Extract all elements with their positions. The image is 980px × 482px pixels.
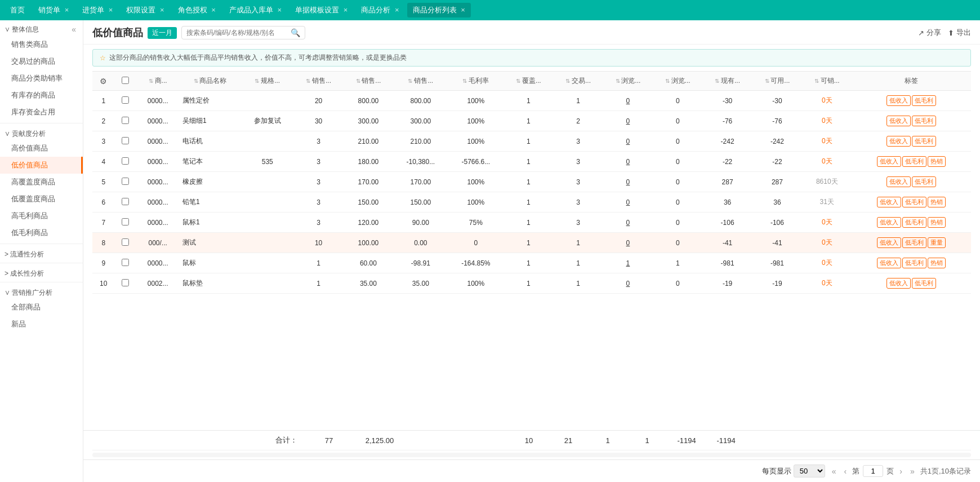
- sidebar-item-stock-capital[interactable]: 库存资金占用: [0, 104, 83, 121]
- row-select-checkbox[interactable]: [122, 238, 129, 246]
- pv1-link[interactable]: 0: [626, 219, 630, 227]
- row-checkbox[interactable]: [114, 91, 136, 111]
- next-page-button[interactable]: ›: [897, 466, 905, 477]
- last-page-button[interactable]: »: [908, 466, 917, 477]
- pv1-link[interactable]: 0: [626, 239, 630, 247]
- nav-sales-order[interactable]: 销货单 ×: [33, 3, 74, 17]
- row-pv1[interactable]: 0: [603, 233, 653, 253]
- sidebar-item-high-margin[interactable]: 高毛利商品: [0, 207, 83, 224]
- row-pv1[interactable]: 0: [603, 111, 653, 131]
- col-checkbox[interactable]: [114, 72, 136, 91]
- col-settings[interactable]: ⚙: [92, 72, 114, 91]
- row-pv1[interactable]: 0: [603, 172, 653, 192]
- row-checkbox[interactable]: [114, 192, 136, 213]
- col-pv1[interactable]: 浏览...: [603, 72, 653, 91]
- nav-close-icon[interactable]: ×: [211, 6, 216, 14]
- col-code[interactable]: 商...: [136, 72, 179, 91]
- sidebar-item-stock-products[interactable]: 有库存的商品: [0, 87, 83, 104]
- page-size-dropdown[interactable]: 50 100 200: [794, 465, 825, 477]
- row-checkbox[interactable]: [114, 233, 136, 253]
- sidebar-item-category-rate[interactable]: 商品分类助销率: [0, 70, 83, 87]
- sidebar-item-traded-products[interactable]: 交易过的商品: [0, 53, 83, 70]
- col-transactions[interactable]: 交易...: [553, 72, 603, 91]
- settings-icon[interactable]: ⚙: [100, 77, 107, 86]
- nav-permissions[interactable]: 权限设置 ×: [121, 3, 170, 17]
- share-button[interactable]: ↗ 分享: [918, 28, 941, 38]
- sidebar-item-all-products[interactable]: 全部商品: [0, 299, 83, 316]
- sidebar-item-low-margin[interactable]: 低毛利商品: [0, 224, 83, 241]
- sidebar-item-new-products[interactable]: 新品: [0, 316, 83, 333]
- nav-close-icon[interactable]: ×: [160, 6, 164, 14]
- row-pv1[interactable]: 0: [603, 192, 653, 213]
- nav-close-icon[interactable]: ×: [278, 6, 282, 14]
- col-sales-qty[interactable]: 销售...: [293, 72, 343, 91]
- nav-purchase-order[interactable]: 进货单 ×: [77, 3, 118, 17]
- first-page-button[interactable]: «: [830, 466, 839, 477]
- sidebar-collapse-button[interactable]: «: [69, 24, 78, 35]
- nav-product-analysis-list[interactable]: 商品分析列表 ×: [407, 3, 471, 17]
- col-sellable[interactable]: 可销...: [802, 72, 852, 91]
- pv1-link[interactable]: 0: [626, 280, 630, 288]
- row-checkbox[interactable]: [114, 213, 136, 233]
- search-input[interactable]: [186, 29, 288, 37]
- nav-template-settings[interactable]: 单据模板设置 ×: [289, 3, 353, 17]
- col-pv2[interactable]: 浏览...: [653, 72, 702, 91]
- col-available[interactable]: 可用...: [752, 72, 802, 91]
- sidebar-item-low-value[interactable]: 低价值商品: [0, 157, 83, 174]
- pv1-link[interactable]: 0: [626, 178, 630, 186]
- row-select-checkbox[interactable]: [122, 259, 129, 266]
- select-all-checkbox[interactable]: [122, 77, 129, 84]
- row-pv1[interactable]: 1: [603, 253, 653, 273]
- row-select-checkbox[interactable]: [122, 137, 129, 144]
- row-select-checkbox[interactable]: [122, 157, 129, 165]
- row-checkbox[interactable]: [114, 273, 136, 294]
- nav-home[interactable]: 首页: [5, 3, 30, 17]
- pv1-link[interactable]: 0: [626, 198, 630, 206]
- col-name[interactable]: 商品名称: [179, 72, 241, 91]
- sidebar-item-low-coverage[interactable]: 低覆盖度商品: [0, 191, 83, 207]
- col-sales-amt[interactable]: 销售...: [344, 72, 393, 91]
- search-icon[interactable]: 🔍: [291, 28, 300, 37]
- row-pv1[interactable]: 0: [603, 131, 653, 152]
- prev-page-button[interactable]: ‹: [842, 466, 849, 477]
- row-checkbox[interactable]: [114, 253, 136, 273]
- row-select-checkbox[interactable]: [122, 218, 129, 225]
- nav-close-icon[interactable]: ×: [109, 6, 113, 14]
- row-select-checkbox[interactable]: [122, 117, 129, 124]
- row-pv1[interactable]: 0: [603, 91, 653, 111]
- pv1-link[interactable]: 0: [626, 158, 630, 166]
- nav-product-analysis[interactable]: 商品分析 ×: [355, 3, 404, 17]
- col-sales-cost[interactable]: 销售...: [393, 72, 448, 91]
- row-pv1[interactable]: 0: [603, 213, 653, 233]
- sidebar-item-high-value[interactable]: 高价值商品: [0, 140, 83, 157]
- nav-product-instock[interactable]: 产成品入库单 ×: [224, 3, 287, 17]
- row-pv1[interactable]: 0: [603, 152, 653, 172]
- row-select-checkbox[interactable]: [122, 96, 129, 104]
- row-select-checkbox[interactable]: [122, 198, 129, 205]
- sidebar-item-high-coverage[interactable]: 高覆盖度商品: [0, 174, 83, 191]
- row-checkbox[interactable]: [114, 172, 136, 192]
- row-checkbox[interactable]: [114, 152, 136, 172]
- col-stock[interactable]: 现有...: [702, 72, 752, 91]
- col-coverage[interactable]: 覆盖...: [504, 72, 553, 91]
- sidebar-section-circulation[interactable]: > 流通性分析: [5, 250, 44, 258]
- row-checkbox[interactable]: [114, 111, 136, 131]
- row-select-checkbox[interactable]: [122, 279, 129, 286]
- pv1-link[interactable]: 1: [626, 259, 630, 267]
- time-filter-badge[interactable]: 近一月: [148, 27, 177, 39]
- nav-close-icon[interactable]: ×: [65, 6, 69, 14]
- nav-role-auth[interactable]: 角色授权 ×: [172, 3, 221, 17]
- pv1-link[interactable]: 0: [626, 117, 630, 125]
- pv1-link[interactable]: 0: [626, 97, 630, 105]
- col-spec[interactable]: 规格...: [241, 72, 293, 91]
- col-margin[interactable]: 毛利率: [448, 72, 504, 91]
- sidebar-section-growth[interactable]: > 成长性分析: [5, 269, 44, 277]
- row-select-checkbox[interactable]: [122, 178, 129, 185]
- export-button[interactable]: ⬆ 导出: [948, 28, 971, 38]
- nav-close-icon[interactable]: ×: [395, 6, 399, 14]
- nav-close-icon[interactable]: ×: [344, 6, 348, 14]
- nav-close-icon[interactable]: ×: [461, 6, 465, 14]
- row-pv1[interactable]: 0: [603, 273, 653, 294]
- pv1-link[interactable]: 0: [626, 138, 630, 145]
- page-number-input[interactable]: [863, 465, 883, 477]
